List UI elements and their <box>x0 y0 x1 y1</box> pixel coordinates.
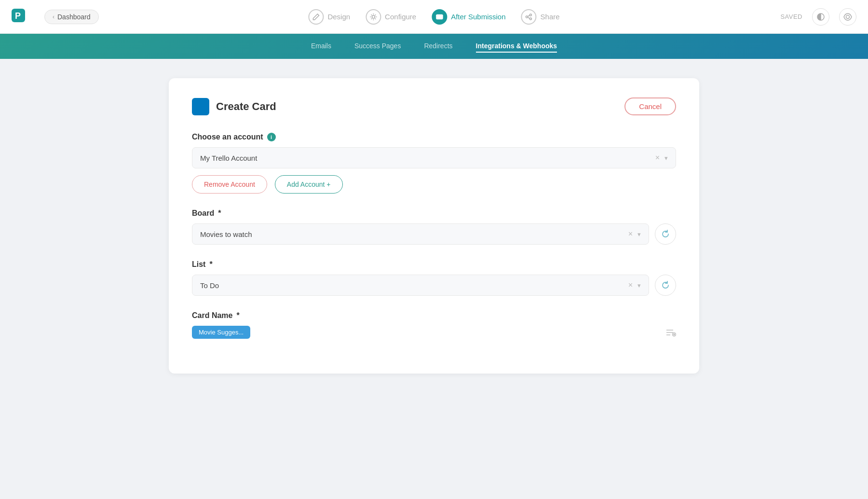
card-name-tag[interactable]: Movie Sugges... <box>192 326 250 339</box>
main-content: Create Card Cancel Choose an account i M… <box>0 59 868 393</box>
card-name-section: Card Name* Movie Sugges... <box>192 311 676 339</box>
nav-step-after-submission[interactable]: After Submission <box>432 9 505 25</box>
page-title: Create Card <box>216 100 276 113</box>
after-submission-step-label: After Submission <box>451 13 505 21</box>
list-value: To Do <box>200 281 219 290</box>
board-clear-icon[interactable]: × <box>628 230 633 238</box>
dashboard-button[interactable]: ‹ Dashboard <box>44 10 99 24</box>
account-clear-icon[interactable]: × <box>655 153 660 162</box>
preview-button[interactable] <box>839 8 856 26</box>
add-account-button[interactable]: Add Account + <box>275 175 343 194</box>
logo-mark: P <box>12 9 33 25</box>
create-card-panel: Create Card Cancel Choose an account i M… <box>169 78 699 374</box>
configure-step-icon <box>366 9 381 25</box>
sub-nav-integrations[interactable]: Integrations & Webhooks <box>476 40 557 53</box>
list-label: List* <box>192 260 676 269</box>
nav-step-share[interactable]: Share <box>521 9 560 25</box>
board-refresh-button[interactable] <box>655 223 676 245</box>
card-title-group: Create Card <box>192 98 276 115</box>
account-select-controls: × ▾ <box>655 153 668 162</box>
board-select[interactable]: Movies to watch × ▾ <box>192 223 649 245</box>
board-select-wrapper: Movies to watch × ▾ <box>192 223 676 245</box>
trello-icon <box>192 98 209 115</box>
saved-label: SAVED <box>780 13 802 20</box>
nav-right: SAVED <box>780 8 856 26</box>
svg-rect-3 <box>436 14 443 19</box>
account-chevron-icon: ▾ <box>665 154 668 162</box>
account-select[interactable]: My Trello Account × ▾ <box>192 147 676 168</box>
design-step-label: Design <box>327 13 350 21</box>
choose-account-section: Choose an account i My Trello Account × … <box>192 133 676 194</box>
sub-nav-emails[interactable]: Emails <box>311 40 331 53</box>
design-step-icon <box>308 9 324 25</box>
remove-account-button[interactable]: Remove Account <box>192 175 267 194</box>
board-section: Board* Movies to watch × ▾ <box>192 209 676 245</box>
sub-nav-redirects[interactable]: Redirects <box>424 40 452 53</box>
choose-account-label: Choose an account i <box>192 133 676 141</box>
account-value: My Trello Account <box>200 154 257 162</box>
board-chevron-icon: ▾ <box>637 231 641 238</box>
theme-toggle-button[interactable] <box>812 8 829 26</box>
card-header: Create Card Cancel <box>192 97 676 115</box>
sub-nav: Emails Success Pages Redirects Integrati… <box>0 34 868 59</box>
account-buttons: Remove Account Add Account + <box>192 175 676 194</box>
svg-rect-12 <box>192 98 209 115</box>
list-section: List* To Do × ▾ <box>192 260 676 296</box>
share-step-icon <box>521 9 537 25</box>
svg-line-9 <box>528 17 530 18</box>
list-select[interactable]: To Do × ▾ <box>192 275 649 296</box>
nav-steps: Design Configure After Submission <box>308 9 559 25</box>
board-label: Board* <box>192 209 676 218</box>
list-select-wrapper: To Do × ▾ <box>192 275 676 296</box>
nav-step-configure[interactable]: Configure <box>366 9 416 25</box>
svg-rect-13 <box>195 101 199 108</box>
svg-point-2 <box>372 15 375 18</box>
list-clear-icon[interactable]: × <box>628 281 633 290</box>
card-name-tag-text: Movie Sugges... <box>199 329 244 336</box>
svg-text:P: P <box>15 11 21 21</box>
list-chevron-icon: ▾ <box>637 282 641 289</box>
top-nav: P ‹ Dashboard Design Configure <box>0 0 868 34</box>
configure-step-label: Configure <box>385 13 416 21</box>
add-field-button[interactable] <box>665 328 676 337</box>
svg-point-6 <box>526 16 528 18</box>
svg-rect-14 <box>202 101 206 106</box>
share-step-label: Share <box>541 13 560 21</box>
card-name-label: Card Name* <box>192 311 676 320</box>
list-refresh-button[interactable] <box>655 275 676 296</box>
dashboard-label: Dashboard <box>57 13 91 21</box>
after-submission-step-icon <box>432 9 447 25</box>
back-chevron-icon: ‹ <box>53 14 54 20</box>
info-icon[interactable]: i <box>267 133 276 141</box>
svg-point-11 <box>846 15 850 18</box>
svg-point-5 <box>530 14 532 16</box>
svg-point-7 <box>530 18 532 20</box>
board-value: Movies to watch <box>200 230 252 238</box>
card-name-row: Movie Sugges... <box>192 326 676 339</box>
svg-line-8 <box>528 15 530 16</box>
nav-step-design[interactable]: Design <box>308 9 350 25</box>
sub-nav-success-pages[interactable]: Success Pages <box>354 40 401 53</box>
cancel-button[interactable]: Cancel <box>624 97 676 115</box>
